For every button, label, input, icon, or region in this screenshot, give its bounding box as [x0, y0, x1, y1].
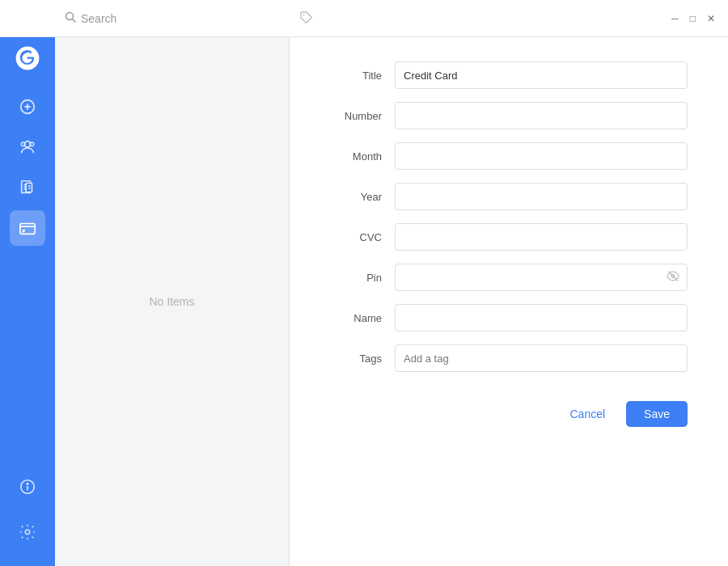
close-button[interactable]: ✕ — [707, 14, 715, 23]
main-layout: No Items Title Number Month Year CVC — [0, 37, 728, 566]
svg-point-2 — [303, 14, 305, 15]
cancel-button[interactable]: Cancel — [558, 401, 616, 427]
sidebar — [0, 37, 55, 566]
form-row-cvc: CVC — [338, 223, 688, 251]
svg-rect-17 — [20, 224, 35, 234]
sidebar-item-add[interactable] — [10, 89, 45, 125]
minimize-button[interactable]: ─ — [671, 14, 679, 23]
label-pin: Pin — [338, 272, 395, 284]
label-cvc: CVC — [338, 231, 395, 243]
form-row-number: Number — [338, 102, 688, 129]
form-panel: Title Number Month Year CVC Pin — [290, 37, 728, 566]
svg-point-8 — [30, 142, 34, 146]
no-items-label: No Items — [149, 295, 194, 308]
year-field[interactable] — [395, 183, 688, 210]
label-number: Number — [338, 110, 395, 122]
name-field[interactable] — [395, 304, 688, 332]
svg-point-23 — [27, 484, 28, 484]
sidebar-bottom — [10, 469, 45, 566]
svg-rect-14 — [26, 184, 32, 192]
search-icon — [65, 11, 76, 25]
sidebar-item-cards[interactable] — [10, 210, 45, 246]
pin-input-wrap — [395, 264, 688, 291]
tags-field[interactable] — [395, 344, 688, 372]
label-month: Month — [338, 150, 395, 163]
sidebar-item-settings[interactable] — [10, 514, 45, 550]
title-bar-left: Search — [0, 11, 671, 25]
label-title: Title — [338, 70, 395, 82]
svg-point-24 — [25, 530, 30, 534]
label-year: Year — [338, 191, 395, 203]
sidebar-item-info[interactable] — [10, 469, 45, 505]
pin-field[interactable] — [395, 264, 688, 291]
sidebar-item-contacts[interactable] — [10, 129, 45, 165]
save-button[interactable]: Save — [626, 401, 688, 427]
sidebar-item-documents[interactable] — [10, 170, 45, 205]
form-row-tags: Tags — [338, 344, 688, 372]
list-panel: No Items — [55, 37, 290, 566]
window-controls: ─ □ ✕ — [671, 14, 728, 23]
form-row-month: Month — [338, 142, 688, 170]
month-field[interactable] — [395, 142, 688, 170]
form-actions: Cancel Save — [338, 401, 688, 427]
label-tags: Tags — [338, 353, 395, 365]
form-row-year: Year — [338, 183, 688, 210]
maximize-button[interactable]: □ — [690, 14, 696, 23]
title-bar: Search ─ □ ✕ — [0, 0, 728, 37]
number-field[interactable] — [395, 102, 688, 129]
form-row-title: Title — [338, 61, 688, 89]
cvc-field[interactable] — [395, 223, 688, 251]
app-logo — [15, 45, 40, 74]
form-row-name: Name — [338, 304, 688, 332]
title-field[interactable] — [395, 61, 688, 89]
eye-icon[interactable] — [667, 270, 679, 285]
form-row-pin: Pin — [338, 264, 688, 291]
label-name: Name — [338, 312, 395, 324]
tag-icon — [299, 11, 312, 27]
svg-line-1 — [73, 19, 76, 23]
search-input[interactable]: Search — [81, 12, 116, 25]
